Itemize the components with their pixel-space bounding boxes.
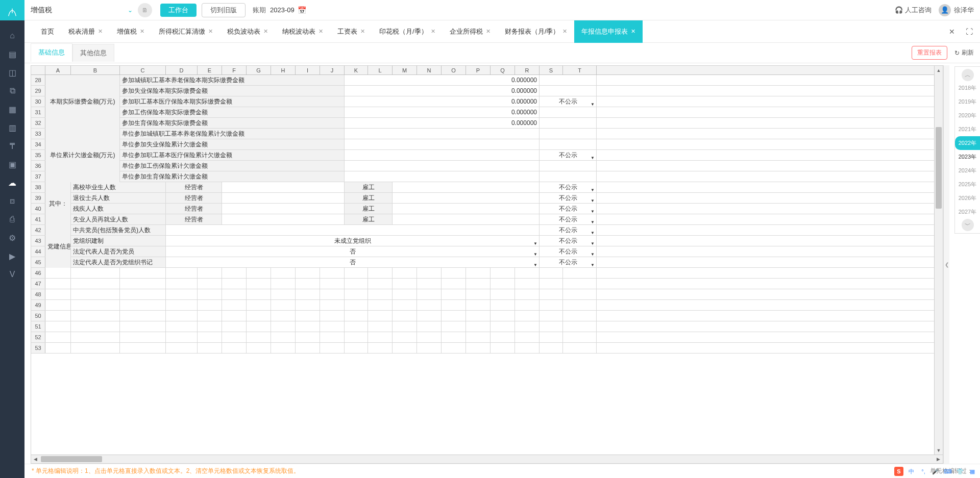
cell[interactable] [368, 343, 393, 353]
tab-首页[interactable]: 首页 [34, 20, 61, 43]
cell[interactable] [271, 300, 296, 310]
cell[interactable]: 0.000000 [345, 96, 540, 107]
cell[interactable] [368, 279, 393, 289]
cell[interactable] [320, 268, 345, 278]
close-icon[interactable]: ✕ [360, 28, 365, 35]
cell[interactable] [166, 343, 198, 353]
select-all-corner[interactable] [31, 66, 45, 74]
cell[interactable] [442, 300, 466, 310]
cell[interactable] [45, 311, 71, 321]
scroll-left-icon[interactable]: ◀ [31, 455, 40, 463]
row-header[interactable]: 49 [31, 300, 45, 310]
col-header[interactable]: L [368, 66, 393, 74]
nav-print-icon[interactable]: ⎙ [0, 210, 24, 229]
col-header[interactable]: J [320, 66, 345, 74]
cell[interactable] [120, 300, 166, 310]
nav-home-icon[interactable]: ⌂ [0, 27, 24, 45]
row-header[interactable]: 52 [31, 332, 45, 342]
cell[interactable] [515, 311, 540, 321]
close-icon[interactable]: ✕ [562, 28, 567, 35]
cell[interactable] [198, 321, 222, 332]
col-header[interactable]: D [166, 66, 198, 74]
cell[interactable] [345, 171, 540, 182]
cell[interactable] [442, 321, 466, 332]
cell[interactable] [45, 300, 71, 310]
row-header[interactable]: 37 [31, 171, 45, 182]
cell[interactable]: 不公示 [540, 214, 597, 224]
cell[interactable] [198, 289, 222, 299]
horizontal-scrollbar[interactable]: ◀ ▶ [31, 455, 943, 463]
cell[interactable] [45, 268, 71, 278]
close-icon[interactable]: ✕ [208, 28, 213, 35]
row-header[interactable]: 44 [31, 246, 45, 257]
cell[interactable] [368, 311, 393, 321]
row-header[interactable]: 41 [31, 214, 45, 224]
cell[interactable] [345, 150, 540, 160]
col-header[interactable]: S [540, 66, 563, 74]
row-header[interactable]: 42 [31, 225, 45, 235]
nav-archive-icon[interactable]: ⧈ [0, 192, 24, 210]
cell[interactable] [247, 311, 271, 321]
cell[interactable] [71, 332, 120, 342]
cell[interactable] [247, 279, 271, 289]
col-header[interactable]: Q [491, 66, 515, 74]
cell[interactable] [345, 139, 540, 149]
col-header[interactable]: C [120, 66, 166, 74]
row-header[interactable]: 28 [31, 75, 45, 85]
cell[interactable] [417, 311, 442, 321]
cell[interactable] [198, 300, 222, 310]
row-header[interactable]: 45 [31, 257, 45, 267]
cell[interactable] [417, 300, 442, 310]
cell[interactable]: 不公示 [540, 129, 597, 182]
row-header[interactable]: 40 [31, 204, 45, 214]
close-icon[interactable]: ✕ [631, 28, 635, 35]
tab-财务报表（月/季）[interactable]: 财务报表（月/季）✕ [498, 20, 575, 43]
cell[interactable] [198, 332, 222, 342]
row-header[interactable]: 51 [31, 321, 45, 332]
cell[interactable] [120, 279, 166, 289]
vertical-scrollbar[interactable]: ▲ ▼ [934, 66, 943, 455]
spreadsheet-body[interactable]: 28本期实际缴费金额(万元)参加城镇职工基本养老保险本期实际缴费金额0.0000… [31, 75, 934, 455]
col-header[interactable]: E [198, 66, 222, 74]
cell[interactable] [393, 332, 417, 342]
cell[interactable] [271, 332, 296, 342]
cell[interactable] [442, 289, 466, 299]
col-header[interactable]: R [515, 66, 540, 74]
cell[interactable] [345, 300, 368, 310]
support-link[interactable]: 🎧 人工咨询 [895, 6, 932, 15]
cell[interactable] [166, 332, 198, 342]
cell[interactable] [198, 279, 222, 289]
cell[interactable]: 不公示 [540, 246, 597, 257]
nav-settings-icon[interactable]: ⚙ [0, 229, 24, 247]
doc-round-icon[interactable]: 🗎 [138, 3, 152, 17]
cell[interactable] [71, 311, 120, 321]
year-option[interactable]: 2019年 [955, 95, 980, 109]
cell[interactable] [393, 300, 417, 310]
year-option[interactable]: 2025年 [955, 178, 980, 191]
cell[interactable] [120, 321, 166, 332]
cell[interactable] [198, 343, 222, 353]
cell[interactable] [540, 311, 563, 321]
cell[interactable] [515, 268, 540, 278]
hscroll-thumb[interactable] [41, 456, 102, 462]
col-header[interactable]: K [345, 66, 368, 74]
cell[interactable] [393, 193, 540, 203]
year-option[interactable]: 2022年 [955, 136, 980, 150]
close-icon[interactable]: ✕ [140, 28, 144, 35]
cell[interactable]: 不公示 [540, 182, 597, 192]
cell[interactable] [345, 332, 368, 342]
nav-list-icon[interactable]: ▦ [0, 100, 24, 118]
cell[interactable] [120, 332, 166, 342]
tab-纳税波动表[interactable]: 纳税波动表✕ [275, 20, 330, 43]
row-header[interactable]: 38 [31, 182, 45, 192]
cell[interactable] [368, 289, 393, 299]
row-header[interactable]: 50 [31, 311, 45, 321]
cell[interactable] [71, 300, 120, 310]
col-header[interactable]: M [393, 66, 417, 74]
cell[interactable]: 0.000000 [345, 107, 540, 117]
cell[interactable] [563, 289, 597, 299]
cell[interactable] [222, 279, 247, 289]
cell[interactable] [442, 332, 466, 342]
cell[interactable] [71, 289, 120, 299]
cell[interactable]: 0.000000 [345, 75, 540, 85]
